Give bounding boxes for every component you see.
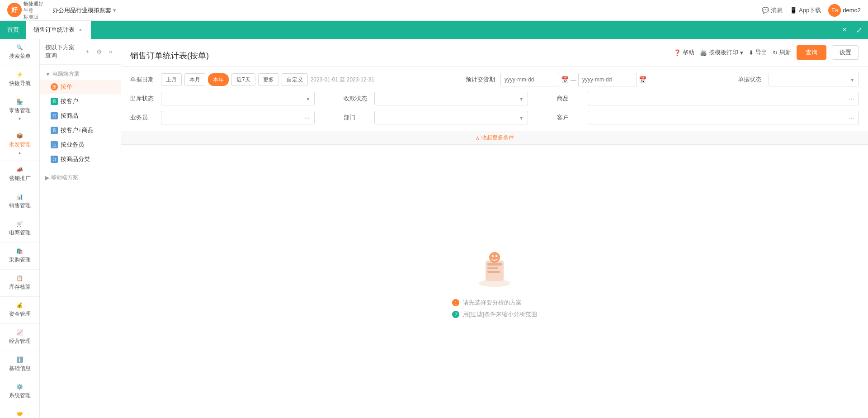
tree-item-by-customer[interactable]: 客 按客户 <box>40 94 121 109</box>
content-area: 销售订单统计表(按单) ❓ 帮助 🖨️ 按模板打印 ▾ ⬇ 导出 ↻ 刷新 <box>121 39 868 418</box>
tab-home[interactable]: 首页 <box>0 21 26 39</box>
page-header: 销售订单统计表(按单) ❓ 帮助 🖨️ 按模板打印 ▾ ⬇ 导出 ↻ 刷新 <box>121 39 868 66</box>
settings-button[interactable]: 设置 <box>832 45 859 60</box>
date-btn-custom[interactable]: 自定义 <box>282 73 308 86</box>
tree-group-arrow-icon: ▼ <box>45 71 51 77</box>
sidebar-item-sales[interactable]: 📊 销售管理 <box>0 188 39 215</box>
tab-close-window-btn[interactable]: × <box>839 24 850 35</box>
panel-settings-btn[interactable]: ⚙ <box>94 47 104 56</box>
tab-sales-order[interactable]: 销售订单统计表 × <box>26 21 91 39</box>
goods-select[interactable]: ··· <box>588 92 859 105</box>
marketing-icon: 📣 <box>16 166 23 173</box>
date-btn-this-month[interactable]: 本月 <box>184 73 205 86</box>
tree-icon-salesman: 业 <box>51 141 58 148</box>
date-btn-more[interactable]: 更多 <box>258 73 279 86</box>
svg-rect-2 <box>487 263 502 266</box>
sidebar-item-finance[interactable]: 💰 资金管理 <box>0 297 39 324</box>
date-btn-this-year[interactable]: 本年 <box>208 73 229 86</box>
empty-state: 1 请先选择要分析的方案 2 用[过滤]条件来缩小分析范围 <box>121 145 868 418</box>
query-button[interactable]: 查询 <box>797 45 826 60</box>
expected-date-from[interactable] <box>500 73 559 86</box>
tree-mobile-arrow-icon: ▶ <box>45 175 49 181</box>
status-select-arrow: ▾ <box>851 76 854 83</box>
ship-select-arrow: ▾ <box>307 95 310 102</box>
svg-point-5 <box>489 252 500 263</box>
export-btn[interactable]: ⬇ 导出 <box>749 48 767 57</box>
tab-close-btn[interactable]: × <box>77 27 84 33</box>
receive-status-select[interactable]: ▾ <box>374 92 528 105</box>
help-btn[interactable]: ❓ 帮助 <box>674 48 694 57</box>
svg-point-6 <box>492 255 494 257</box>
basic-icon: ℹ️ <box>16 356 23 363</box>
sidebar-item-basic[interactable]: ℹ️ 基础信息 <box>0 351 39 378</box>
sidebar-item-system[interactable]: ⚙️ 系统管理 <box>0 378 39 405</box>
salesman-select[interactable]: ··· <box>161 111 315 124</box>
sidebar-item-operation[interactable]: 📈 经营管理 <box>0 324 39 351</box>
status-select[interactable]: ▾ <box>769 73 859 86</box>
retail-arrow-icon: ▼ <box>18 116 22 121</box>
tip-2-num: 2 <box>452 311 459 318</box>
breadcrumb-area[interactable]: 办公用品行业模拟账套 ▾ <box>47 6 762 14</box>
sidebar-item-enterprise[interactable]: 🤝 企业协同 <box>0 405 39 418</box>
left-panel: 按以下方案查询 + ⚙ « ▼ 电脑端方案 按 按单 客 按客户 商 按商品 <box>40 39 121 418</box>
salesman-more-btn[interactable]: ··· <box>304 114 310 121</box>
breadcrumb-arrow-icon: ▾ <box>113 7 116 14</box>
tree-group-mobile-label[interactable]: ▶ 移动端方案 <box>40 172 121 183</box>
expected-date-to[interactable] <box>578 73 637 86</box>
print-arrow-icon: ▾ <box>740 49 743 56</box>
tree-icon-customer-goods: 客 <box>51 127 58 134</box>
app-download-btn[interactable]: 📱 App下载 <box>790 6 821 14</box>
tree-icon-goods-cat: 分 <box>51 156 58 163</box>
tree-icon-goods: 商 <box>51 112 58 119</box>
message-btn[interactable]: 💬 消息 <box>762 6 783 14</box>
svg-rect-4 <box>487 271 500 273</box>
date-filter-label: 单据日期 <box>130 76 156 84</box>
receive-select-arrow: ▾ <box>520 95 523 102</box>
left-panel-title: 按以下方案查询 <box>45 43 80 60</box>
receive-status-label: 收款状态 <box>344 95 369 103</box>
expected-date-label: 预计交货期 <box>466 76 495 84</box>
tree-section-pc: ▼ 电脑端方案 按 按单 客 按客户 商 按商品 客 按客户+商品 业 按业务员 <box>40 65 121 170</box>
collapse-bar[interactable]: ∧ 收起更多条件 <box>121 131 868 145</box>
sidebar: 🔍 搜索菜单 ⚡ 快捷导航 🏪 零售管理 ▼ 📦 批发管理 ▲ 📣 营销推广 📊… <box>0 39 40 418</box>
logo-area: 好 畅捷通好生意 标准版 <box>7 0 47 20</box>
top-right: 💬 消息 📱 App下载 Ea demo2 <box>762 4 861 17</box>
panel-add-btn[interactable]: + <box>83 47 92 56</box>
main-layout: 🔍 搜索菜单 ⚡ 快捷导航 🏪 零售管理 ▼ 📦 批发管理 ▲ 📣 营销推广 📊… <box>0 39 868 418</box>
sidebar-item-retail[interactable]: 🏪 零售管理 ▼ <box>0 93 39 127</box>
tab-restore-window-btn[interactable]: ⤢ <box>854 24 864 35</box>
left-panel-actions: + ⚙ « <box>83 47 115 56</box>
sidebar-item-nav[interactable]: ⚡ 快捷导航 <box>0 66 39 93</box>
search-icon: 🔍 <box>16 44 23 51</box>
date-btn-7days[interactable]: 近7天 <box>231 73 255 86</box>
sidebar-item-ecommerce[interactable]: 🛒 电商管理 <box>0 215 39 242</box>
template-print-btn[interactable]: 🖨️ 按模板打印 ▾ <box>700 48 743 57</box>
filter-row-2: 出库状态 ▾ 收款状态 ▾ 商品 ··· <box>130 92 859 105</box>
sidebar-item-search[interactable]: 🔍 搜索菜单 <box>0 39 39 66</box>
inventory-icon: 📋 <box>16 275 23 281</box>
ecommerce-icon: 🛒 <box>16 221 23 227</box>
customer-more-btn[interactable]: ··· <box>849 114 854 121</box>
refresh-btn[interactable]: ↻ 刷新 <box>773 48 791 57</box>
sidebar-item-inventory[interactable]: 📋 库存核算 <box>0 270 39 297</box>
sidebar-item-marketing[interactable]: 📣 营销推广 <box>0 161 39 188</box>
date-btn-last-month[interactable]: 上月 <box>161 73 182 86</box>
tree-icon-customer: 客 <box>51 98 58 105</box>
dept-select[interactable]: ▾ <box>374 111 528 124</box>
tree-item-by-goods-cat[interactable]: 分 按商品分类 <box>40 152 121 166</box>
user-area[interactable]: Ea demo2 <box>828 4 861 17</box>
tree-item-by-order[interactable]: 按 按单 <box>40 80 121 94</box>
ship-status-select[interactable]: ▾ <box>161 92 315 105</box>
tree-item-by-customer-goods[interactable]: 客 按客户+商品 <box>40 123 121 138</box>
panel-collapse-btn[interactable]: « <box>106 47 115 56</box>
tree-item-by-goods[interactable]: 商 按商品 <box>40 109 121 123</box>
tree-item-by-salesman[interactable]: 业 按业务员 <box>40 138 121 152</box>
page-actions: ❓ 帮助 🖨️ 按模板打印 ▾ ⬇ 导出 ↻ 刷新 查询 设置 <box>674 45 859 66</box>
sidebar-item-wholesale[interactable]: 📦 批发管理 ▲ <box>0 127 39 161</box>
sidebar-item-purchase[interactable]: 🛍️ 采购管理 <box>0 242 39 270</box>
enterprise-icon: 🤝 <box>16 411 23 417</box>
goods-more-btn[interactable]: ··· <box>849 95 854 102</box>
customer-select[interactable]: ··· <box>588 111 859 124</box>
print-icon: 🖨️ <box>700 49 707 56</box>
calendar-from-icon: 📅 <box>561 76 569 83</box>
